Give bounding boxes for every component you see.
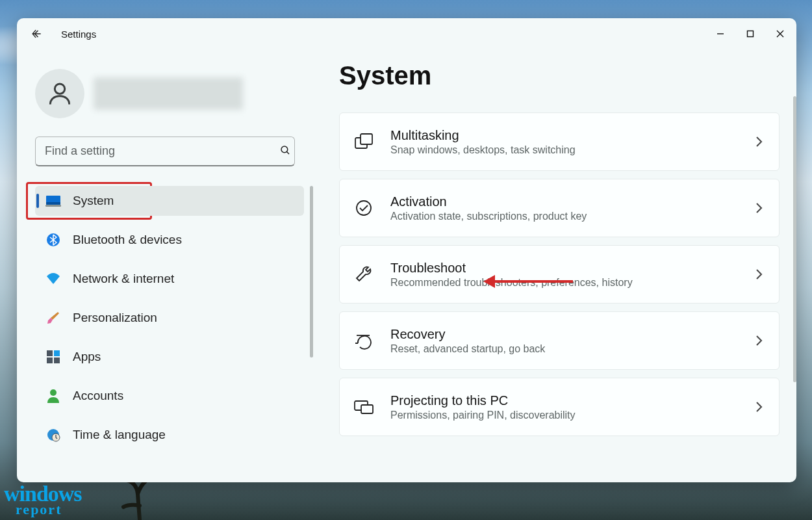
- svg-point-2: [281, 146, 288, 153]
- minimize-button[interactable]: [705, 23, 735, 45]
- card-subtitle: Reset, advanced startup, go back: [390, 343, 736, 355]
- nav-label: Apps: [73, 350, 101, 364]
- nav-item-system[interactable]: System: [35, 186, 304, 216]
- svg-rect-5: [45, 205, 61, 207]
- recovery-icon: [353, 330, 375, 352]
- nav-label: System: [73, 194, 114, 208]
- titlebar: Settings: [17, 18, 796, 49]
- person-icon: [45, 79, 74, 108]
- profile-name-blurred: [94, 77, 243, 110]
- chevron-right-icon: [752, 135, 766, 149]
- apps-icon: [45, 349, 61, 365]
- page-title: System: [339, 61, 782, 90]
- setting-multitasking[interactable]: Multitasking Snap windows, desktops, tas…: [339, 112, 780, 171]
- app-title: Settings: [61, 29, 96, 40]
- card-text: Recovery Reset, advanced startup, go bac…: [390, 327, 736, 355]
- svg-point-11: [50, 389, 57, 396]
- card-text: Projecting to this PC Permissions, pairi…: [390, 393, 736, 421]
- nav-list: System Bluetooth & devices Network & int…: [35, 186, 304, 450]
- wrench-icon: [353, 263, 375, 285]
- display-icon: [45, 193, 61, 209]
- card-subtitle: Snap windows, desktops, task switching: [390, 144, 736, 156]
- card-subtitle: Recommended troubleshooters, preferences…: [390, 277, 736, 289]
- wifi-icon: [45, 271, 61, 287]
- chevron-right-icon: [752, 201, 766, 215]
- checkmark-circle-icon: [353, 197, 375, 219]
- search-wrap: [35, 136, 304, 166]
- setting-projecting[interactable]: Projecting to this PC Permissions, pairi…: [339, 378, 780, 436]
- chevron-right-icon: [752, 267, 766, 281]
- search-icon: [279, 144, 291, 159]
- card-subtitle: Activation state, subscriptions, product…: [390, 211, 736, 222]
- watermark: windows report: [4, 485, 82, 516]
- profile-section[interactable]: [35, 69, 304, 118]
- content-scrollbar[interactable]: [793, 96, 796, 382]
- sidebar-scrollbar[interactable]: [310, 186, 313, 358]
- nav-item-bluetooth[interactable]: Bluetooth & devices: [35, 225, 304, 255]
- svg-rect-0: [748, 31, 754, 37]
- nav-item-apps[interactable]: Apps: [35, 342, 304, 372]
- svg-point-16: [357, 201, 371, 215]
- card-title: Troubleshoot: [390, 261, 736, 276]
- card-text: Troubleshoot Recommended troubleshooters…: [390, 261, 736, 289]
- settings-list: Multitasking Snap windows, desktops, tas…: [339, 112, 782, 440]
- settings-window: Settings: [17, 18, 796, 482]
- minimize-icon: [717, 30, 724, 38]
- nav-label: Personalization: [73, 311, 157, 325]
- chevron-right-icon: [752, 400, 766, 414]
- nav-item-accounts[interactable]: Accounts: [35, 381, 304, 411]
- card-text: Multitasking Snap windows, desktops, tas…: [390, 128, 736, 156]
- nav-item-network[interactable]: Network & internet: [35, 264, 304, 294]
- card-text: Activation Activation state, subscriptio…: [390, 194, 736, 222]
- svg-point-1: [55, 84, 64, 94]
- chevron-right-icon: [752, 333, 766, 348]
- svg-rect-18: [361, 405, 373, 413]
- card-subtitle: Permissions, pairing PIN, discoverabilit…: [390, 410, 736, 421]
- setting-recovery[interactable]: Recovery Reset, advanced startup, go bac…: [339, 311, 780, 370]
- sidebar: System Bluetooth & devices Network & int…: [17, 49, 316, 482]
- clock-globe-icon: [45, 427, 61, 443]
- search-input[interactable]: [35, 136, 295, 166]
- card-title: Multitasking: [390, 128, 736, 143]
- avatar: [35, 69, 84, 118]
- card-title: Recovery: [390, 327, 736, 342]
- close-icon: [776, 30, 784, 38]
- watermark-line2: report: [16, 504, 82, 516]
- projecting-icon: [353, 396, 375, 418]
- svg-rect-15: [361, 134, 372, 144]
- nav-item-time-language[interactable]: Time & language: [35, 420, 304, 450]
- svg-rect-8: [54, 350, 60, 356]
- svg-rect-4: [46, 202, 60, 205]
- setting-activation[interactable]: Activation Activation state, subscriptio…: [339, 179, 780, 237]
- maximize-button[interactable]: [735, 23, 765, 45]
- account-icon: [45, 388, 61, 404]
- maximize-icon: [746, 30, 754, 38]
- paintbrush-icon: [45, 310, 61, 326]
- svg-rect-10: [54, 358, 60, 363]
- nav-label: Accounts: [73, 389, 123, 403]
- main-panel: System Multitasking Snap windows, deskto…: [316, 49, 796, 482]
- bluetooth-icon: [45, 232, 61, 248]
- close-button[interactable]: [765, 23, 795, 45]
- multitasking-icon: [353, 131, 375, 153]
- card-title: Projecting to this PC: [390, 393, 736, 408]
- setting-troubleshoot[interactable]: Troubleshoot Recommended troubleshooters…: [339, 245, 780, 304]
- card-title: Activation: [390, 194, 736, 209]
- window-controls: [705, 23, 795, 45]
- nav-label: Bluetooth & devices: [73, 233, 182, 247]
- nav-label: Network & internet: [73, 272, 174, 286]
- nav-item-personalization[interactable]: Personalization: [35, 303, 304, 333]
- nav-label: Time & language: [73, 428, 166, 442]
- svg-rect-7: [47, 350, 53, 356]
- svg-rect-9: [47, 358, 53, 363]
- back-button[interactable]: [23, 21, 49, 47]
